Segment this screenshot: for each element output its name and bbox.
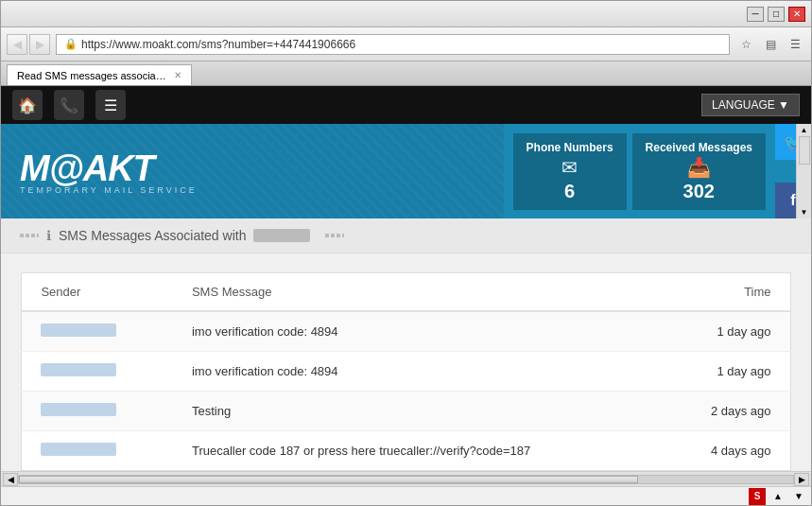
received-messages-value: 302	[646, 181, 752, 202]
tab-close-button[interactable]: ✕	[174, 70, 181, 80]
logo-block: M@AKT TEMPORARY MAIL SERVICE	[20, 148, 198, 195]
info-text: SMS Messages Associated with	[59, 228, 246, 243]
scroll-thumb-horizontal[interactable]	[19, 476, 638, 483]
top-nav: 🏠 📞 ☰ LANGUAGE ▼	[1, 86, 811, 124]
time-column-header: Time	[677, 273, 790, 312]
scroll-left-arrow[interactable]: ◀	[3, 473, 18, 486]
logo-subtitle: TEMPORARY MAIL SERVICE	[20, 185, 198, 195]
v-scrollbar: ▲ ▼	[796, 124, 811, 218]
info-pattern	[20, 234, 39, 237]
forward-button[interactable]: ▶	[29, 34, 50, 55]
scroll-thumb[interactable]	[799, 136, 810, 165]
scroll-down-arrow[interactable]: ▼	[799, 206, 810, 218]
sender-cell	[22, 352, 173, 392]
nav-bar: ◀ ▶ 🔒 https://www.moakt.com/sms?number=+…	[1, 27, 811, 61]
info-icon: ℹ	[46, 228, 51, 243]
sender-column-header: Sender	[22, 273, 173, 312]
status-bar: S ▲ ▼	[1, 486, 811, 505]
time-cell: 1 day ago	[677, 311, 790, 352]
main-content: ℹ SMS Messages Associated with Sender SM…	[1, 218, 811, 471]
menu-nav-button[interactable]: ☰	[95, 90, 126, 120]
time-cell: 4 days ago	[677, 431, 790, 471]
table-row: Testing2 days ago	[22, 392, 790, 431]
time-cell: 1 day ago	[677, 352, 790, 392]
logo-area: M@AKT TEMPORARY MAIL SERVICE	[1, 124, 504, 218]
received-messages-stat[interactable]: Received Messages 📥 302	[632, 133, 766, 210]
title-bar: ─ □ ✕	[1, 1, 811, 27]
phone-numbers-label: Phone Numbers	[527, 141, 613, 154]
address-bar[interactable]: 🔒 https://www.moakt.com/sms?number=+4474…	[56, 34, 730, 55]
info-bar: ℹ SMS Messages Associated with	[1, 218, 811, 253]
table-row: imo verification code: 48941 day ago	[22, 311, 790, 352]
lock-icon: 🔒	[64, 38, 78, 50]
scroll-up-arrow[interactable]: ▲	[799, 124, 810, 136]
browser-frame: ─ □ ✕ ◀ ▶ 🔒 https://www.moakt.com/sms?nu…	[0, 0, 812, 506]
nav-arrows: ◀ ▶	[7, 34, 50, 55]
nav-right-buttons: ☆ ▤ ☰	[735, 34, 805, 55]
blurred-phone-number	[253, 229, 310, 242]
active-tab[interactable]: Read SMS messages associated ... ✕	[7, 64, 192, 85]
tab-title: Read SMS messages associated ...	[17, 70, 168, 81]
star-button[interactable]: ☆	[735, 34, 756, 55]
received-messages-icon: 📥	[646, 156, 752, 179]
message-cell: imo verification code: 4894	[173, 311, 677, 352]
reader-button[interactable]: ▤	[760, 34, 781, 55]
menu-icon: ☰	[104, 96, 117, 114]
time-cell: 2 days ago	[677, 392, 790, 431]
sender-blurred	[41, 443, 116, 456]
bottom-scrollbar: ◀ ▶	[1, 471, 811, 486]
scroll-right-arrow[interactable]: ▶	[794, 473, 809, 486]
url-text: https://www.moakt.com/sms?number=+447441…	[81, 38, 355, 51]
stats-area: Phone Numbers ✉ 6 Received Messages 📥 30…	[504, 124, 775, 218]
info-pattern-right	[325, 234, 344, 237]
table-row: Truecaller code 187 or press here trueca…	[22, 431, 790, 471]
language-button[interactable]: LANGUAGE ▼	[701, 94, 800, 116]
home-nav-button[interactable]: 🏠	[12, 90, 43, 120]
logo: M@AKT	[20, 148, 198, 189]
shield-icon: S	[749, 488, 766, 505]
message-cell: Testing	[173, 392, 677, 431]
menu-button[interactable]: ☰	[785, 34, 805, 55]
sms-table: Sender SMS Message Time imo verification…	[21, 272, 790, 471]
close-button[interactable]: ✕	[788, 7, 805, 22]
facebook-icon: f	[790, 192, 795, 209]
logo-text: M@AKT	[20, 148, 154, 188]
social-area: 🐦 ▲ ▼ f	[775, 124, 811, 218]
message-cell: imo verification code: 4894	[173, 352, 677, 392]
table-row: imo verification code: 48941 day ago	[22, 352, 790, 392]
sender-blurred	[41, 363, 116, 376]
received-messages-label: Received Messages	[646, 141, 752, 154]
sender-cell	[22, 392, 173, 431]
phone-nav-button[interactable]: 📞	[54, 90, 84, 120]
phone-numbers-value: 6	[527, 181, 613, 202]
back-button[interactable]: ◀	[7, 34, 27, 55]
home-icon: 🏠	[18, 96, 37, 114]
sms-table-body: imo verification code: 48941 day agoimo …	[22, 311, 790, 471]
status-arrow-up[interactable]: ▲	[769, 488, 786, 505]
window-controls: ─ □ ✕	[747, 7, 805, 22]
site-content: 🏠 📞 ☰ LANGUAGE ▼ M@AKT TEMPORARY MAIL SE…	[1, 86, 811, 505]
status-arrow-down[interactable]: ▼	[790, 488, 807, 505]
sender-blurred	[41, 323, 116, 337]
table-header-row: Sender SMS Message Time	[22, 273, 790, 312]
scroll-track[interactable]	[18, 475, 794, 484]
phone-icon: 📞	[60, 96, 78, 114]
site-header: M@AKT TEMPORARY MAIL SERVICE Phone Numbe…	[1, 124, 811, 218]
maximize-button[interactable]: □	[768, 7, 785, 22]
sender-cell	[22, 431, 173, 471]
language-label: LANGUAGE ▼	[712, 98, 789, 112]
sender-blurred	[41, 403, 116, 416]
tab-bar: Read SMS messages associated ... ✕	[1, 61, 811, 86]
minimize-button[interactable]: ─	[747, 7, 764, 22]
phone-numbers-stat[interactable]: Phone Numbers ✉ 6	[513, 133, 627, 210]
message-cell: Truecaller code 187 or press here trueca…	[173, 431, 677, 471]
sender-cell	[22, 311, 173, 352]
phone-numbers-icon: ✉	[527, 156, 613, 179]
message-column-header: SMS Message	[173, 273, 677, 312]
